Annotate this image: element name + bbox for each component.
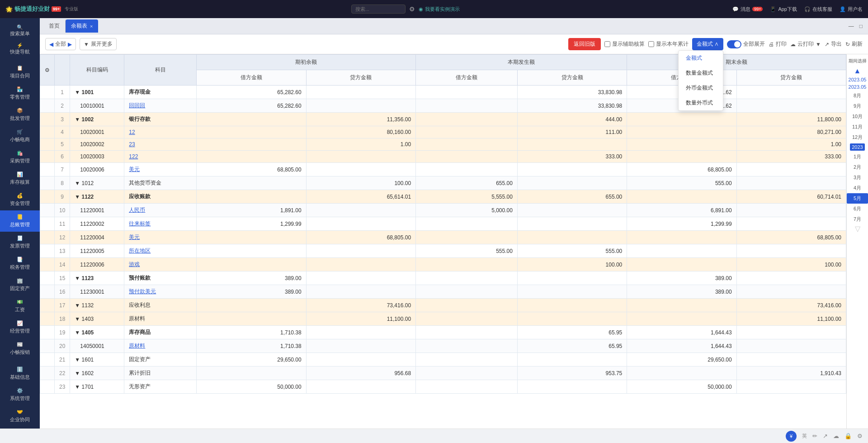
sidebar-item-basic[interactable]: ℹ️基础信息 — [0, 363, 40, 384]
window-maximize-btn[interactable]: □ — [858, 22, 864, 30]
cell-name[interactable]: 其他货币资金 — [124, 176, 197, 190]
cell-name[interactable]: 美元 — [124, 231, 197, 244]
cell-name[interactable]: 预付账款 — [124, 272, 197, 285]
table-row[interactable]: 6 10020003 122 333.00 333.00 — [40, 151, 846, 163]
sidebar-item-accounting[interactable]: 📒总账管理 — [0, 210, 40, 232]
user-btn[interactable]: 👤 用户名 — [840, 6, 863, 13]
period-month-11[interactable]: 11月 — [847, 122, 868, 132]
show-year-checkbox[interactable] — [648, 41, 654, 47]
period-year-end[interactable]: 2023.05 — [848, 83, 868, 91]
table-row[interactable]: 21 ▼ 1601 固定资产 29,650.00 29,650.00 — [40, 353, 846, 367]
table-row[interactable]: 16 11230001 预付款美元 389.00 389.00 — [40, 285, 846, 299]
tab-close-btn[interactable]: × — [90, 24, 93, 29]
sidebar-item-salary[interactable]: 💵工资 — [0, 295, 40, 317]
table-row[interactable]: 11 11220002 往来标签 1,299.99 1,299.99 — [40, 217, 846, 231]
table-row[interactable]: 13 11220005 所在地区 555.00 555.00 — [40, 244, 846, 258]
cell-name[interactable]: 固定资产 — [124, 353, 197, 367]
expand-all-btn[interactable]: 全部展开 — [727, 40, 765, 48]
table-row[interactable]: 17 ▼ 1132 应收利息 73,416.00 73,416.00 — [40, 299, 846, 312]
period-month-6[interactable]: 6月 — [847, 204, 868, 214]
status-edit-icon[interactable]: ✏ — [812, 433, 817, 439]
header-settings-icon[interactable]: ⚙ — [409, 5, 415, 13]
cell-name[interactable]: 无形资产 — [124, 380, 197, 394]
status-cloud-icon[interactable]: ☁ — [833, 433, 839, 439]
table-row[interactable]: 10 11220001 人民币 1,891.00 5,000.00 6,891.… — [40, 204, 846, 217]
cell-name[interactable]: 原材料 — [124, 339, 197, 353]
refresh-btn[interactable]: ↻ 刷新 — [845, 40, 863, 48]
expand-all-toggle[interactable] — [727, 40, 741, 48]
demo-link[interactable]: ◉ 我要看实例演示 — [419, 6, 460, 13]
table-row[interactable]: 7 10020006 美元 68,805.00 68,805.00 — [40, 163, 846, 176]
sidebar-item-purchase[interactable]: 🛍️采购管理 — [0, 147, 40, 168]
cloud-print-btn[interactable]: ☁ 云打印 ▼ — [790, 40, 821, 48]
table-container[interactable]: ⚙ 科目编码 科目 期初余额 本期发生额 期末余额 借方金额 — [40, 54, 846, 429]
export-btn[interactable]: ↗ 导出 — [825, 40, 842, 48]
sidebar-item-retail[interactable]: 🏪零售管理 — [0, 83, 40, 104]
sidebar-item-project[interactable]: 📋项目合同 — [0, 62, 40, 83]
table-row[interactable]: 4 10020001 12 80,160.00 111.00 80,271.00 — [40, 126, 846, 138]
cell-name[interactable]: 人民币 — [124, 204, 197, 217]
tab-home[interactable]: 首页 — [43, 19, 66, 33]
amount-option-qty-amount[interactable]: 数量金额式 — [679, 66, 723, 81]
period-month-1[interactable]: 1月 — [847, 152, 868, 162]
table-row[interactable]: 14 11220006 游戏 100.00 100.00 — [40, 258, 846, 272]
sidebar-item-system[interactable]: ⚙️系统管理 — [0, 384, 40, 405]
cell-name[interactable]: 游戏 — [124, 258, 197, 272]
table-row[interactable]: 18 ▼ 1403 原材料 11,100.00 11,100.00 — [40, 312, 846, 326]
all-subjects-btn[interactable]: ◀ 全部 ▶ — [45, 38, 76, 50]
table-row[interactable]: 23 ▼ 1701 无形资产 50,000.00 50,000.00 — [40, 380, 846, 394]
table-row[interactable]: 1 ▼ 1001 库存现金 65,282.60 33,830.98 31,451… — [40, 86, 846, 99]
sidebar-item-inventory[interactable]: 📊库存核算 — [0, 168, 40, 189]
table-row[interactable]: 12 11220004 美元 68,805.00 68,805.00 — [40, 231, 846, 244]
cell-name[interactable]: 库存商品 — [124, 326, 197, 339]
table-row[interactable]: 22 ▼ 1602 累计折旧 956.68 953.75 1,910.43 — [40, 367, 846, 380]
cell-name[interactable]: 所在地区 — [124, 244, 197, 258]
cell-name[interactable]: 原材料 — [124, 312, 197, 326]
show-year-check[interactable]: 显示本年累计 — [648, 40, 689, 48]
amount-option-amount[interactable]: 金额式 — [679, 51, 723, 66]
download-btn[interactable]: 📱 App下载 — [770, 6, 797, 13]
sidebar-item-wholesale[interactable]: 📦批发管理 — [0, 104, 40, 125]
sidebar-quicknav[interactable]: ⚡快捷导航 — [0, 40, 40, 58]
service-btn[interactable]: 🎧 在线客服 — [804, 6, 832, 13]
status-settings-icon[interactable]: ⚙ — [857, 433, 863, 439]
sidebar-item-coop[interactable]: 🤝企业协同 — [0, 405, 40, 427]
message-btn[interactable]: 💬 消息 99+ — [732, 6, 763, 13]
cell-name[interactable]: 应收账款 — [124, 190, 197, 204]
sidebar-item-operations[interactable]: 📈经营管理 — [0, 317, 40, 338]
cell-name[interactable]: 往来标签 — [124, 217, 197, 231]
global-search-input[interactable] — [351, 5, 406, 14]
tab-balance-sheet[interactable]: 余额表 × — [66, 19, 98, 33]
status-lock-icon[interactable]: 🔒 — [844, 433, 852, 439]
sidebar-item-ecommerce[interactable]: 🛒小畅电商 — [0, 125, 40, 147]
period-nav-up[interactable]: ▲ — [853, 66, 862, 76]
sidebar-search[interactable]: 🔍搜索菜单 — [0, 22, 40, 40]
cell-name[interactable]: 库存现金 — [124, 86, 197, 99]
period-month-8[interactable]: 8月 — [847, 91, 868, 101]
cell-name[interactable]: 23 — [124, 138, 197, 151]
window-minimize-btn[interactable]: — — [847, 22, 856, 30]
sidebar-item-invoice[interactable]: 🧾发票管理 — [0, 232, 40, 253]
table-row[interactable]: 2 10010001 回回回 65,282.60 33,830.98 31,45… — [40, 99, 846, 113]
cell-name[interactable]: 12 — [124, 126, 197, 138]
cell-name[interactable]: 美元 — [124, 163, 197, 176]
print-btn[interactable]: 🖨 打印 — [769, 40, 787, 48]
amount-option-foreign[interactable]: 外币金额式 — [679, 81, 723, 95]
period-month-9[interactable]: 9月 — [847, 101, 868, 111]
table-row[interactable]: 5 10020002 23 1.00 1.00 — [40, 138, 846, 151]
expand-more-btn[interactable]: ▼ 展开更多 — [80, 38, 117, 50]
cell-name[interactable]: 应收利息 — [124, 299, 197, 312]
sidebar-item-finance[interactable]: 💰资金管理 — [0, 189, 40, 210]
cell-name[interactable]: 银行存款 — [124, 113, 197, 126]
status-lang-btn[interactable]: 英 — [802, 433, 807, 439]
th-settings[interactable]: ⚙ — [40, 55, 55, 86]
amount-option-qty-foreign[interactable]: 数量外币式 — [679, 95, 723, 110]
show-assist-check[interactable]: 显示辅助核算 — [604, 40, 645, 48]
cell-name[interactable]: 回回回 — [124, 99, 197, 113]
sidebar-item-report[interactable]: 📰小畅报销 — [0, 338, 40, 359]
period-month-12[interactable]: 12月 — [847, 132, 868, 143]
sidebar-item-assets[interactable]: 🏢固定资产 — [0, 274, 40, 295]
status-currency-btn[interactable]: ¥ — [786, 431, 797, 442]
show-assist-checkbox[interactable] — [604, 41, 610, 47]
period-month-4[interactable]: 4月 — [847, 183, 868, 193]
